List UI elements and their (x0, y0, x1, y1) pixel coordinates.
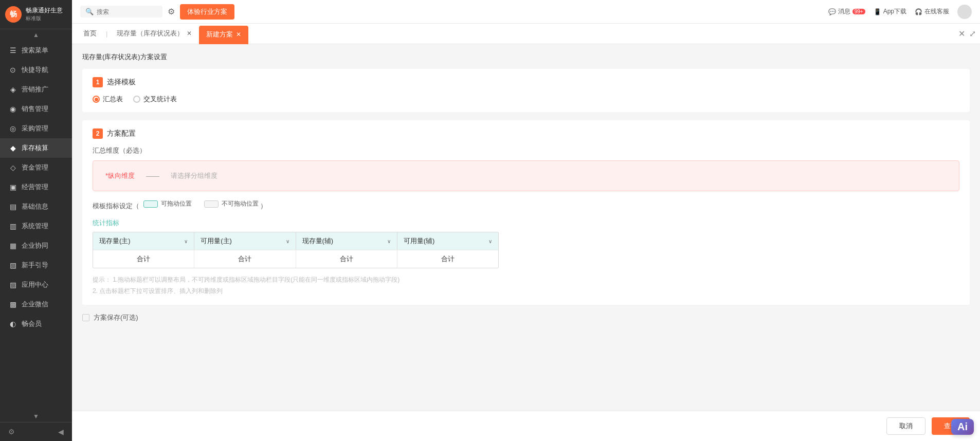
col-label-2: 现存量(辅) (302, 236, 334, 246)
marketing-icon: ◈ (8, 85, 17, 94)
metrics-section: 模板指标设定（ 可拖动位置 不可拖动位置 ） 统计指标 (93, 199, 959, 297)
tab-inventory-close-icon[interactable]: ✕ (187, 30, 192, 37)
tab-new-scheme[interactable]: 新建方案 ✕ (199, 26, 248, 44)
logo-icon: 畅 (5, 6, 22, 23)
cancel-button[interactable]: 取消 (886, 417, 925, 435)
sidebar-scroll-up[interactable]: ▲ (0, 29, 72, 41)
industry-solution-button[interactable]: 体验行业方案 (180, 4, 234, 20)
messages-button[interactable]: 💬 消息 99+ (828, 7, 865, 16)
messages-label: 消息 (838, 7, 850, 16)
sidebar-item-sales[interactable]: ◉ 销售管理 (0, 99, 72, 119)
sidebar-item-member[interactable]: ◐ 畅会员 (0, 314, 72, 334)
topbar: 🔍 ⚙ 体验行业方案 💬 消息 99+ 📱 App下载 🎧 在线客服 (72, 0, 980, 24)
sidebar-scroll-down[interactable]: ▼ (0, 411, 72, 422)
guide-icon: ▧ (8, 261, 17, 270)
shortcut-icon: ⊙ (8, 65, 17, 75)
wechat-icon: ▩ (8, 300, 17, 309)
sidebar-item-purchase[interactable]: ◎ 采购管理 (0, 119, 72, 138)
col-header-1[interactable]: 可用量(主) ∨ (194, 232, 296, 250)
step2-header: 2 方案配置 (93, 128, 959, 139)
tab-home-label: 首页 (83, 29, 97, 38)
collapse-icon[interactable]: ◀ (58, 428, 64, 436)
tabs-bar: 首页 | 现存量（库存状况表） ✕ 新建方案 ✕ ✕ ⤢ (72, 24, 980, 44)
metrics-legend: 可拖动位置 不可拖动位置 (143, 199, 259, 208)
draggable-box (143, 200, 158, 208)
draggable-label: 可拖动位置 (161, 199, 192, 208)
gear-icon[interactable]: ⚙ (168, 7, 175, 16)
sidebar-item-operations[interactable]: ▣ 经营管理 (0, 177, 72, 197)
chevron-icon-3[interactable]: ∨ (488, 238, 492, 244)
tab-inventory-status[interactable]: 现存量（库存状况表） ✕ (110, 24, 199, 44)
sidebar-item-wechat[interactable]: ▩ 企业微信 (0, 295, 72, 314)
app-name: 畅康通好生意 (26, 7, 63, 15)
sidebar-item-label: 搜索菜单 (22, 46, 48, 55)
sidebar-item-label: 资金管理 (22, 163, 48, 172)
sidebar-item-label: 基础信息 (22, 202, 48, 211)
template-summary-option[interactable]: 汇总表 (93, 95, 123, 104)
stats-cell-0-0: 合计 (93, 250, 194, 268)
sidebar-item-apps[interactable]: ▨ 应用中心 (0, 275, 72, 295)
stats-cell-0-2: 合计 (296, 250, 397, 268)
non-draggable-legend: 不可拖动位置 (204, 199, 259, 208)
col-label-1: 可用量(主) (201, 236, 232, 246)
search-input[interactable] (97, 8, 148, 15)
chevron-icon-2[interactable]: ∨ (387, 238, 391, 244)
app-download-button[interactable]: 📱 App下载 (874, 7, 906, 16)
tip-2: 2. 点击标题栏下拉可设置排序、插入列和删除列 (93, 286, 959, 297)
sidebar-item-label: 企业微信 (22, 300, 48, 309)
sidebar-item-enterprise[interactable]: ▦ 企业协同 (0, 236, 72, 255)
step1-label: 选择模板 (107, 78, 136, 87)
cross-label: 交叉统计表 (143, 95, 177, 104)
app-download-label: App下载 (883, 7, 906, 16)
tab-inventory-label: 现存量（库存状况表） (117, 29, 184, 38)
col-header-3[interactable]: 可用量(辅) ∨ (397, 232, 498, 250)
basic-icon: ▤ (8, 202, 17, 211)
non-draggable-box (204, 200, 219, 208)
sidebar-item-label: 营销推广 (22, 85, 48, 94)
system-icon: ▥ (8, 222, 17, 231)
sidebar-item-search[interactable]: ☰ 搜索菜单 (0, 41, 72, 60)
settings-icon[interactable]: ⚙ (8, 428, 15, 436)
sidebar-item-inventory[interactable]: ◆ 库存核算 (0, 138, 72, 158)
non-draggable-label: 不可拖动位置 (222, 199, 259, 208)
step2-label: 方案配置 (107, 129, 136, 138)
user-avatar[interactable] (957, 5, 972, 19)
sidebar-item-guide[interactable]: ▧ 新手引导 (0, 255, 72, 275)
template-options: 汇总表 交叉统计表 (93, 95, 959, 104)
sidebar-item-marketing[interactable]: ◈ 营销推广 (0, 80, 72, 99)
apps-icon: ▨ (8, 280, 17, 289)
col-header-0[interactable]: 现存量(主) ∨ (93, 232, 194, 250)
operations-icon: ▣ (8, 182, 17, 192)
sidebar-item-system[interactable]: ▥ 系统管理 (0, 216, 72, 236)
online-service-button[interactable]: 🎧 在线客服 (915, 7, 949, 16)
scheme-save-checkbox[interactable] (82, 314, 89, 321)
stats-section-title: 统计指标 (93, 218, 959, 228)
sidebar-item-shortcut[interactable]: ⊙ 快捷导航 (0, 60, 72, 80)
inventory-icon: ◆ (8, 143, 17, 153)
tab-home[interactable]: 首页 (76, 24, 104, 44)
finance-icon: ◇ (8, 163, 17, 172)
search-icon: 🔍 (85, 8, 94, 15)
tip-1: 提示： 1.拖动标题栏可以调整布局，不可跨维度或指标区域拖动栏目字段(只能在同一… (93, 274, 959, 286)
scheme-save-label: 方案保存(可选) (94, 313, 138, 322)
sidebar-item-finance[interactable]: ◇ 资金管理 (0, 158, 72, 177)
stats-cell-0-3: 合计 (397, 250, 498, 268)
close-panel-icon[interactable]: ✕ (958, 29, 965, 39)
messages-badge: 99+ (852, 9, 865, 14)
template-cross-option[interactable]: 交叉统计表 (133, 95, 177, 104)
ai-badge[interactable]: Ai (951, 419, 974, 435)
tab-right-controls: ✕ ⤢ (958, 29, 976, 39)
chevron-icon-1[interactable]: ∨ (286, 238, 289, 244)
sidebar-item-label: 应用中心 (22, 280, 48, 289)
col-header-2[interactable]: 现存量(辅) ∨ (296, 232, 397, 250)
step1-card: 1 选择模板 汇总表 交叉统计表 (82, 69, 970, 112)
step2-card: 2 方案配置 汇总维度（必选） *纵向维度 —— 请选择分组维度 模板指标设定（… (82, 120, 970, 305)
tab-new-scheme-close-icon[interactable]: ✕ (236, 31, 241, 38)
chevron-icon-0[interactable]: ∨ (184, 238, 188, 244)
summary-radio[interactable] (93, 96, 100, 103)
cross-radio[interactable] (133, 96, 140, 103)
sidebar-item-basic[interactable]: ▤ 基础信息 (0, 197, 72, 216)
expand-panel-icon[interactable]: ⤢ (969, 29, 976, 39)
search-box[interactable]: 🔍 (80, 6, 162, 17)
online-service-label: 在线客服 (924, 7, 949, 16)
